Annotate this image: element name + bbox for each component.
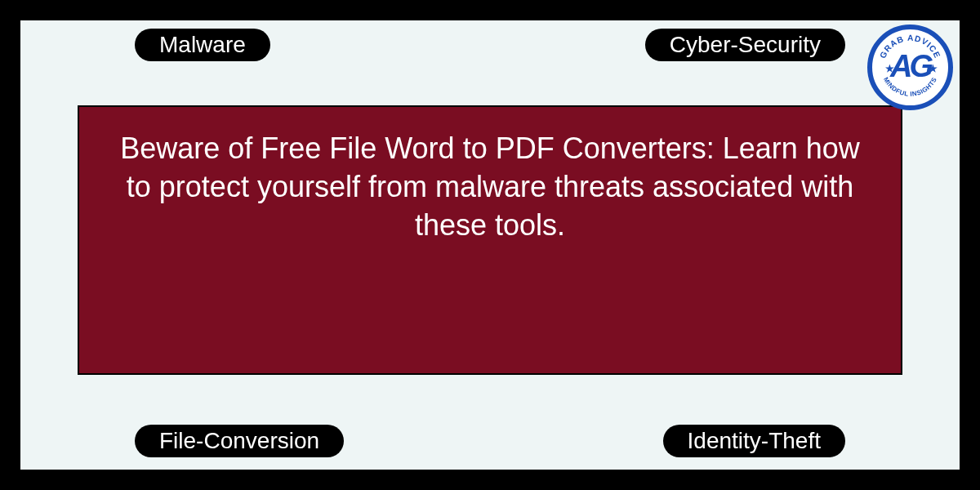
content-frame: Malware Cyber-Security GRAB ADVICE MINDF… <box>20 20 960 470</box>
bottom-tag-row: File-Conversion Identity-Theft <box>20 416 960 466</box>
tag-file-conversion: File-Conversion <box>135 425 344 457</box>
tag-malware: Malware <box>135 29 270 61</box>
top-tag-row: Malware Cyber-Security <box>20 20 960 69</box>
tag-identity-theft: Identity-Theft <box>663 425 845 457</box>
grab-advice-logo: GRAB ADVICE MINDFUL INSIGHTS ★ ★ AG <box>867 24 953 110</box>
headline-text: Beware of Free File Word to PDF Converte… <box>112 130 868 244</box>
logo-center-text: AG <box>890 49 930 84</box>
tag-cyber-security: Cyber-Security <box>645 29 845 61</box>
headline-banner: Beware of Free File Word to PDF Converte… <box>78 105 902 375</box>
